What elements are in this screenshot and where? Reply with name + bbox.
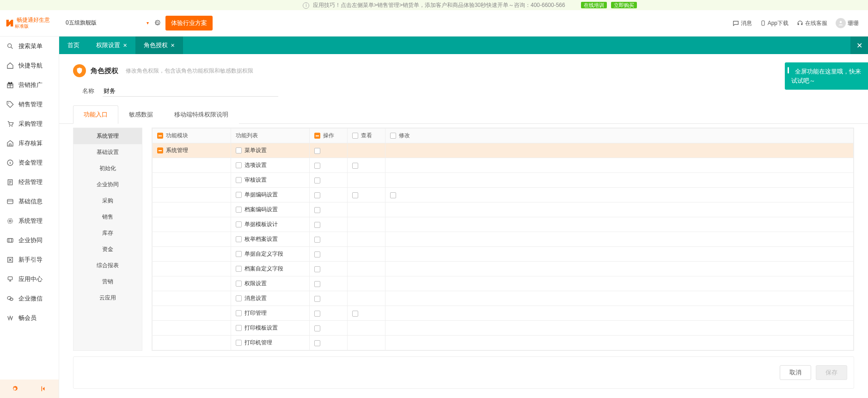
sidebar-item-10[interactable]: 企业协同	[0, 231, 59, 250]
cancel-button[interactable]: 取消	[780, 365, 811, 380]
row-op-checkbox[interactable]	[314, 207, 320, 213]
row-op-checkbox[interactable]	[314, 178, 320, 184]
row-name-checkbox[interactable]	[236, 340, 242, 346]
row-name-checkbox[interactable]	[236, 162, 242, 168]
sidebar-item-1[interactable]: 快捷导航	[0, 56, 59, 75]
category-item-1[interactable]: 基础设置	[73, 144, 142, 160]
sidebar-item-label: 企业协同	[18, 236, 43, 245]
row-op-checkbox[interactable]	[314, 281, 320, 287]
sidebar-settings-icon[interactable]	[11, 385, 18, 392]
category-item-7[interactable]: 资金	[73, 241, 142, 257]
sidebar-item-6[interactable]: ¥资金管理	[0, 153, 59, 172]
header-service[interactable]: 在线客服	[797, 19, 827, 27]
row-name-checkbox[interactable]	[236, 266, 242, 272]
row-view-checkbox[interactable]	[352, 192, 358, 198]
row-op-checkbox[interactable]	[314, 251, 320, 257]
guide-icon	[6, 256, 14, 263]
notice-btn-training[interactable]: 在线培训	[581, 2, 607, 8]
row-op-checkbox[interactable]	[314, 311, 320, 317]
tabs-close-all-button[interactable]: ✕	[850, 37, 868, 54]
category-item-0[interactable]: 系统管理	[73, 128, 142, 144]
row-name-checkbox[interactable]	[236, 251, 242, 257]
row-op-checkbox[interactable]	[314, 296, 320, 302]
row-name-label: 审核设置	[245, 177, 267, 183]
row-name-checkbox[interactable]	[236, 221, 242, 227]
tab-close-icon[interactable]: ✕	[123, 43, 127, 49]
logo[interactable]: 畅捷通好生意 标准版	[0, 17, 59, 30]
tab-1[interactable]: 权限设置✕	[88, 37, 135, 54]
row-edit-checkbox[interactable]	[390, 192, 396, 198]
header-messages[interactable]: 消息	[733, 19, 752, 27]
row-op-checkbox[interactable]	[314, 237, 320, 243]
sidebar-item-5[interactable]: 库存核算	[0, 134, 59, 153]
row-view-checkbox[interactable]	[352, 311, 358, 317]
sidebar-collapse-icon[interactable]	[40, 385, 48, 392]
row-name-checkbox[interactable]	[236, 295, 242, 301]
row-name-label: 打印机管理	[245, 339, 272, 346]
sidebar-item-label: 系统管理	[18, 217, 43, 225]
inner-tab-1[interactable]: 敏感数据	[118, 105, 164, 124]
category-item-2[interactable]: 初始化	[73, 160, 142, 177]
sidebar: 搜索菜单快捷导航营销推广销售管理采购管理库存核算¥资金管理经营管理基础信息系统管…	[0, 37, 59, 398]
row-op-checkbox[interactable]	[314, 325, 320, 331]
category-item-5[interactable]: 销售	[73, 209, 142, 225]
tab-2[interactable]: 角色授权✕	[135, 37, 183, 54]
sidebar-item-12[interactable]: 应用中心	[0, 269, 59, 289]
sidebar-item-3[interactable]: 销售管理	[0, 95, 59, 114]
sidebar-item-8[interactable]: 基础信息	[0, 192, 59, 211]
tab-close-icon[interactable]: ✕	[171, 43, 175, 49]
inner-tab-0[interactable]: 功能入口	[73, 105, 118, 124]
row-name-checkbox[interactable]	[236, 236, 242, 242]
info-icon: i	[303, 2, 309, 9]
gear-icon	[6, 217, 14, 225]
row-op-checkbox[interactable]	[314, 222, 320, 228]
sidebar-item-4[interactable]: 采购管理	[0, 114, 59, 134]
category-item-6[interactable]: 库存	[73, 225, 142, 241]
row-op-checkbox[interactable]	[314, 340, 320, 346]
row-name-checkbox[interactable]	[236, 325, 242, 331]
category-item-4[interactable]: 采购	[73, 193, 142, 209]
industry-plan-button[interactable]: 体验行业方案	[165, 16, 213, 31]
role-name-input[interactable]	[103, 86, 278, 97]
sidebar-item-14[interactable]: 畅会员	[0, 308, 59, 328]
shop-settings-icon[interactable]	[153, 19, 161, 27]
header-user[interactable]: 珊珊	[836, 18, 859, 28]
shop-selector[interactable]: 0五组旗舰版 ▾	[66, 19, 149, 27]
sidebar-item-13[interactable]: 企业微信	[0, 289, 59, 308]
header-view-checkbox[interactable]	[352, 133, 358, 139]
row-name-checkbox[interactable]	[236, 207, 242, 213]
row-view-checkbox[interactable]	[352, 163, 358, 169]
inner-tab-2[interactable]: 移动端特殊权限说明	[164, 105, 239, 124]
svg-point-1	[840, 21, 842, 23]
row-module-checkbox[interactable]	[157, 147, 163, 153]
permission-table-wrap: 功能模块 功能列表 操作 查看 修改 系统管理菜单设置选项设置审核设置单据编码设…	[152, 128, 854, 351]
category-item-9[interactable]: 营销	[73, 274, 142, 290]
content-area: 全屏功能在这里哦，快来试试吧～ 角色授权 修改角色权限，包含该角色功能权限和敏感…	[59, 54, 868, 398]
sidebar-item-11[interactable]: 新手引导	[0, 250, 59, 269]
row-name-checkbox[interactable]	[236, 147, 242, 153]
row-op-checkbox[interactable]	[314, 148, 320, 154]
row-op-checkbox[interactable]	[314, 163, 320, 169]
tab-0[interactable]: 首页	[59, 37, 88, 54]
category-item-8[interactable]: 综合报表	[73, 257, 142, 274]
notice-btn-buy[interactable]: 立即购买	[611, 2, 637, 8]
header-module-checkbox[interactable]	[157, 133, 163, 139]
category-item-10[interactable]: 云应用	[73, 290, 142, 306]
role-name-row: 名称	[59, 83, 868, 105]
sidebar-item-2[interactable]: 营销推广	[0, 75, 59, 95]
row-name-checkbox[interactable]	[236, 177, 242, 183]
brand-logo-icon	[5, 18, 15, 28]
row-op-checkbox[interactable]	[314, 192, 320, 198]
row-name-checkbox[interactable]	[236, 192, 242, 198]
header-app-download[interactable]: App下载	[760, 19, 789, 27]
sidebar-item-9[interactable]: 系统管理	[0, 211, 59, 231]
category-item-3[interactable]: 企业协同	[73, 177, 142, 193]
header-op-checkbox[interactable]	[314, 133, 320, 139]
row-name-checkbox[interactable]	[236, 310, 242, 316]
header-edit-checkbox[interactable]	[390, 133, 396, 139]
row-op-checkbox[interactable]	[314, 266, 320, 272]
cart-icon	[6, 120, 14, 128]
sidebar-item-7[interactable]: 经营管理	[0, 172, 59, 192]
row-name-checkbox[interactable]	[236, 281, 242, 287]
sidebar-item-0[interactable]: 搜索菜单	[0, 37, 59, 56]
